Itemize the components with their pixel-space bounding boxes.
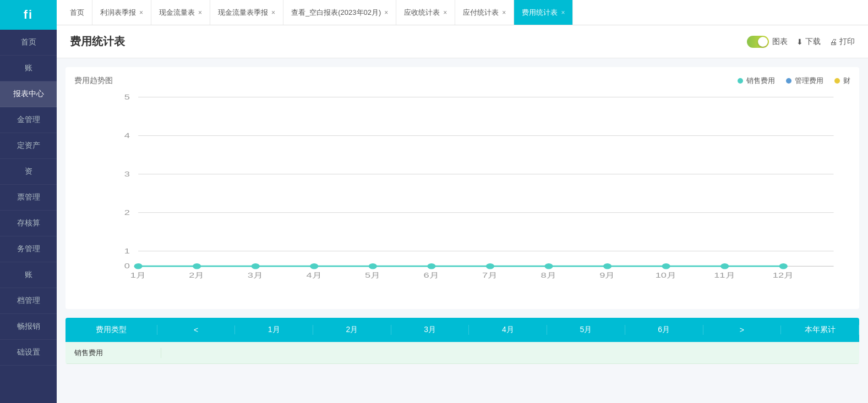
tab-close-blank-report[interactable]: ×: [384, 9, 388, 16]
sidebar-item-inventory[interactable]: 存核算: [0, 211, 57, 236]
main-content: 首页 利润表季报 × 现金流量表 × 现金流量表季报 × 查看_空白报表(202…: [57, 0, 868, 403]
svg-point-19: [486, 263, 494, 269]
sidebar: fi 首页 账 报表中心 金管理 定资产 资 票管理 存核算 务管理 账 档管理…: [0, 0, 57, 403]
print-button[interactable]: 🖨 打印: [829, 37, 855, 47]
print-label: 打印: [839, 37, 855, 47]
table-header-month2: 2月: [313, 325, 391, 335]
tab-close-receivable[interactable]: ×: [443, 9, 447, 16]
table-header-nav-prev[interactable]: <: [157, 325, 236, 334]
sidebar-item-salary[interactable]: 资: [0, 159, 57, 185]
table-header-year-total: 本年累计: [781, 325, 859, 335]
sidebar-logo: fi: [0, 0, 57, 30]
tab-cashflow[interactable]: 现金流量表 ×: [151, 0, 210, 25]
toggle-thumb: [758, 37, 768, 47]
tab-blank-report[interactable]: 查看_空白报表(2023年02月) ×: [283, 0, 396, 25]
svg-text:12月: 12月: [773, 272, 794, 279]
page-title: 费用统计表: [70, 34, 125, 49]
svg-point-16: [310, 263, 318, 269]
chart-toggle[interactable]: 图表: [747, 36, 788, 48]
legend-finance: 财: [834, 76, 850, 86]
svg-point-21: [603, 263, 612, 269]
svg-point-23: [720, 263, 729, 269]
month2-label: 2月: [346, 325, 358, 335]
month3-label: 3月: [424, 325, 436, 335]
svg-point-20: [544, 263, 553, 269]
download-button[interactable]: ⬇ 下载: [796, 37, 821, 47]
svg-point-14: [193, 263, 201, 269]
legend-dot-admin: [786, 78, 791, 84]
sidebar-item-expense[interactable]: 畅报销: [0, 314, 57, 340]
svg-text:7月: 7月: [482, 272, 498, 279]
svg-text:9月: 9月: [599, 272, 615, 279]
sidebar-item-archive[interactable]: 档管理: [0, 288, 57, 314]
svg-point-17: [369, 263, 377, 269]
tab-cashflow-quarterly[interactable]: 现金流量表季报 ×: [210, 0, 283, 25]
page-header: 费用统计表 图表 ⬇ 下载 🖨 打印: [57, 25, 868, 58]
svg-text:2月: 2月: [189, 272, 205, 279]
sidebar-item-account[interactable]: 账: [0, 262, 57, 288]
download-icon: ⬇: [796, 37, 803, 46]
svg-point-13: [134, 263, 143, 269]
tab-close-payable[interactable]: ×: [502, 9, 506, 16]
sidebar-item-home[interactable]: 首页: [0, 30, 57, 56]
svg-text:8月: 8月: [541, 272, 557, 279]
svg-point-18: [427, 263, 435, 269]
tab-home[interactable]: 首页: [62, 0, 92, 25]
svg-text:6月: 6月: [424, 272, 440, 279]
tab-close-profit-quarterly[interactable]: ×: [139, 9, 143, 16]
table-header-row: 费用类型 < 1月 2月 3月 4月 5月: [65, 318, 859, 342]
print-icon: 🖨: [829, 37, 837, 46]
tabs-bar: 首页 利润表季报 × 现金流量表 × 现金流量表季报 × 查看_空白报表(202…: [57, 0, 868, 25]
svg-text:1: 1: [124, 247, 130, 255]
sidebar-item-assets[interactable]: 定资产: [0, 133, 57, 159]
svg-text:3月: 3月: [248, 272, 264, 279]
legend-dot-finance: [834, 78, 840, 84]
tab-close-expense-stats[interactable]: ×: [561, 9, 565, 16]
svg-text:3: 3: [124, 170, 130, 178]
tab-expense-stats[interactable]: 费用统计表 ×: [514, 0, 573, 25]
svg-text:1月: 1月: [130, 272, 146, 279]
chart-legend: 销售费用 管理费用 财: [738, 76, 850, 86]
svg-point-15: [252, 263, 260, 269]
toggle-track[interactable]: [747, 36, 769, 48]
table-header-month1: 1月: [235, 325, 313, 335]
svg-text:4: 4: [124, 132, 130, 140]
year-total-label: 本年累计: [805, 325, 836, 335]
nav-next-icon[interactable]: >: [740, 325, 744, 334]
legend-label-finance: 财: [843, 76, 850, 86]
tab-receivable[interactable]: 应收统计表 ×: [396, 0, 455, 25]
chart-canvas-area: 5 4 3 2 1 0: [74, 91, 850, 300]
table-header-nav-next[interactable]: >: [703, 325, 782, 334]
sidebar-item-invoice[interactable]: 票管理: [0, 185, 57, 211]
tab-profit-quarterly[interactable]: 利润表季报 ×: [92, 0, 151, 25]
page-content: 费用统计表 图表 ⬇ 下载 🖨 打印: [57, 25, 868, 403]
chart-section: 费用趋势图 销售费用 管理费用 财: [65, 67, 859, 309]
svg-text:4月: 4月: [306, 272, 322, 279]
legend-sales: 销售费用: [738, 76, 775, 86]
sidebar-item-reports[interactable]: 报表中心: [0, 81, 57, 107]
svg-point-22: [662, 263, 670, 269]
table-header-type-label: 费用类型: [96, 325, 127, 335]
month1-label: 1月: [268, 325, 280, 335]
tab-close-cashflow[interactable]: ×: [198, 9, 202, 16]
svg-point-24: [779, 263, 788, 269]
data-table: 费用类型 < 1月 2月 3月 4月 5月: [65, 318, 859, 364]
chart-toggle-label: 图表: [772, 37, 788, 47]
tab-payable[interactable]: 应付统计表 ×: [455, 0, 514, 25]
page-actions: 图表 ⬇ 下载 🖨 打印: [747, 36, 855, 48]
nav-prev-icon[interactable]: <: [194, 325, 198, 334]
download-label: 下载: [805, 37, 821, 47]
chart-svg: 5 4 3 2 1 0: [96, 91, 850, 284]
sidebar-item-finance[interactable]: 金管理: [0, 107, 57, 133]
month4-label: 4月: [502, 325, 514, 335]
chart-header: 费用趋势图 销售费用 管理费用 财: [74, 76, 850, 86]
month5-label: 5月: [580, 325, 592, 335]
sidebar-item-settings[interactable]: 础设置: [0, 340, 57, 366]
sidebar-item-ledger[interactable]: 账: [0, 56, 57, 81]
table-header-month6: 6月: [625, 325, 703, 335]
legend-label-admin: 管理费用: [795, 76, 823, 86]
svg-text:2: 2: [124, 209, 130, 217]
sidebar-item-affairs[interactable]: 务管理: [0, 236, 57, 262]
tab-close-cashflow-quarterly[interactable]: ×: [271, 9, 275, 16]
legend-admin: 管理费用: [786, 76, 823, 86]
